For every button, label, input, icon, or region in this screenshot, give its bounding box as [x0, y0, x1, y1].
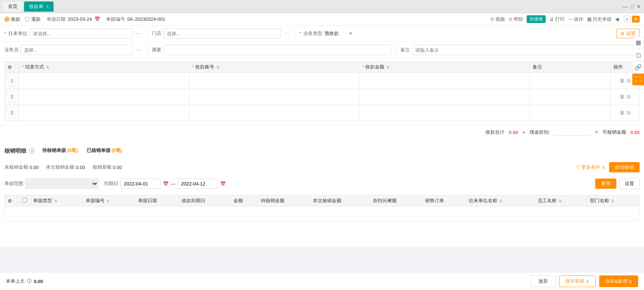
col-settlement-header: * 结算方式 ⇅ — [19, 62, 189, 73]
sidebar-expand-icon[interactable]: ⛶ — [632, 74, 644, 85]
bottom-col-settings[interactable]: ⚙ — [5, 195, 19, 207]
row-3-account[interactable] — [189, 105, 360, 121]
row-2-action: 🗑 ⧉ — [610, 89, 640, 105]
store-input[interactable] — [164, 28, 280, 39]
operations-btn[interactable]: ⋯ 操作 — [568, 16, 584, 23]
row-2-amount[interactable] — [360, 89, 530, 105]
radio-receipt[interactable]: 收款 — [4, 16, 20, 23]
select-all-checkbox[interactable] — [22, 198, 27, 203]
table-row: 3 🗑 ⧉ — [5, 105, 640, 121]
current-stat: 本次核销金额 0.00 — [46, 164, 85, 171]
maximize-btn[interactable]: □ — [631, 4, 634, 9]
auto-reconcile-btn[interactable]: 自动核销 — [609, 162, 640, 172]
row-1-settlement[interactable] — [19, 73, 189, 89]
sort-counterpart-icon: ⇅ — [499, 199, 502, 203]
col-due-date-label: 收款到期日 — [182, 198, 205, 203]
account-label: 收款账号 — [195, 64, 214, 70]
business-type-dropdown[interactable]: ▼ — [349, 31, 353, 36]
total-label: 收款合计 — [486, 129, 504, 136]
row-3-note[interactable] — [530, 105, 610, 121]
range-group: 单据范围 ▼ — [4, 179, 98, 189]
row-1-amount[interactable] — [360, 73, 530, 89]
query-btn[interactable]: 查询 — [595, 179, 616, 189]
row-3-amount[interactable] — [360, 105, 530, 121]
summary-input[interactable] — [164, 45, 391, 55]
salesperson-more-btn[interactable]: ··· — [135, 47, 143, 53]
radio-refund[interactable]: 退款 — [25, 16, 41, 23]
row-2-delete-icon[interactable]: 🗑 — [620, 94, 625, 100]
salesperson-input[interactable] — [21, 45, 133, 55]
date-value: 2023-03-24 — [68, 16, 92, 22]
plus-sign: + — [522, 130, 525, 135]
salesperson-group: 业务员 ··· — [4, 45, 143, 55]
row-3-copy-icon[interactable]: ⧉ — [627, 110, 631, 116]
pending-tab-label: 待核销单据 — [42, 148, 66, 153]
print-btn[interactable]: 🖨 打印 — [549, 16, 565, 23]
sidebar-table-icon[interactable]: ▦ — [632, 36, 644, 48]
date-start-input[interactable] — [121, 179, 161, 189]
row-1-note[interactable] — [530, 73, 610, 89]
date-end-input[interactable] — [178, 179, 218, 189]
row-3-delete-icon[interactable]: 🗑 — [620, 110, 625, 116]
amount-label: 收款金额 — [365, 64, 384, 70]
note-label: 备注 — [400, 47, 410, 53]
date-field: 单据日期 2023-03-24 📅 — [47, 16, 100, 23]
layout-list-btn[interactable]: ≡ — [624, 16, 631, 23]
due-date-group: 到期日 📅 — 📅 — [104, 179, 226, 189]
more-conditions-btn[interactable]: ▽ 更多条件 ∧ — [576, 164, 605, 171]
col-settings[interactable]: ⚙ — [5, 62, 19, 73]
info-icon[interactable]: i — [29, 148, 35, 154]
tab-close-icon[interactable]: × — [46, 4, 48, 9]
date-end-icon[interactable]: 📅 — [220, 181, 226, 187]
sidebar-layout-icon[interactable]: ◫ — [632, 49, 644, 60]
bottom-col-type: 单据类型 ⇅ — [30, 195, 83, 207]
history-btn[interactable]: ▦ 历史单据 — [587, 16, 612, 23]
date-calendar-icon[interactable]: 📅 — [94, 16, 100, 22]
bottom-col-amount: 金额 — [231, 195, 258, 207]
reconcile-settings-btn[interactable]: 设置 — [619, 178, 640, 189]
shortcuts-btn[interactable]: 快捷键 — [527, 15, 546, 23]
note-input[interactable] — [412, 45, 640, 55]
counterpart-input[interactable] — [30, 28, 133, 39]
done-tab[interactable]: 已核销单据 (0笔) — [82, 146, 127, 156]
number-value: SK-20230324-001 — [127, 16, 166, 22]
settlement-label: 结算方式 — [25, 64, 44, 70]
row-2-copy-icon[interactable]: ⧉ — [627, 94, 631, 100]
chevron-up-icon: ∧ — [602, 165, 605, 170]
pending-tab[interactable]: 待核销单据 (0笔) — [38, 146, 82, 156]
row-num-3: 3 — [5, 105, 19, 121]
col-pending-label: 待核销金额 — [261, 198, 284, 203]
history-icon: ▦ — [587, 16, 592, 22]
done-tab-label: 已核销单据 — [87, 148, 110, 153]
date-start-icon[interactable]: 📅 — [163, 181, 169, 187]
row-3-settlement[interactable] — [19, 105, 189, 121]
tab-receipt[interactable]: 收款单 × — [24, 1, 54, 12]
row-1-delete-icon[interactable]: 🗑 — [620, 78, 625, 84]
video-btn[interactable]: ⊙ 视频 — [490, 16, 505, 23]
store-more-btn[interactable]: ··· — [283, 30, 290, 37]
arrow-left-icon[interactable]: ◀ — [615, 16, 619, 22]
filter-icon: ▽ — [576, 165, 580, 170]
settings-icon: ⚙ — [8, 64, 12, 70]
discount-input[interactable] — [554, 129, 591, 136]
sidebar-link-icon[interactable]: 🔗 — [632, 61, 644, 73]
help-btn[interactable]: ⊙ 帮助 — [508, 16, 523, 23]
col-current-label: 本次核销金额 — [313, 198, 341, 203]
row-2-settlement[interactable] — [19, 89, 189, 105]
row-2-note[interactable] — [530, 89, 610, 105]
counterpart-more-btn[interactable]: ··· — [135, 30, 143, 37]
layout-icons: ≡ ⊞ — [624, 16, 640, 23]
reconcile-tabs: 待核销单据 (0笔) 已核销单据 (0笔) — [38, 146, 126, 156]
minimize-btn[interactable]: — — [623, 4, 628, 9]
col-sales-order-label: 销售订单 — [425, 198, 444, 203]
range-select[interactable] — [25, 179, 98, 189]
bottom-col-counterpart: 往来单位名称 ⇅ — [466, 195, 535, 207]
col-date-label: 单据日期 — [138, 198, 157, 203]
tab-home[interactable]: 首页 — [3, 1, 23, 12]
radio-receipt-label: 收款 — [11, 16, 20, 23]
close-btn[interactable]: ✕ — [637, 4, 641, 9]
layout-grid-btn[interactable]: ⊞ — [632, 16, 640, 23]
row-1-account[interactable] — [189, 73, 360, 89]
row-1-copy-icon[interactable]: ⧉ — [627, 78, 631, 84]
row-2-account[interactable] — [189, 89, 360, 105]
